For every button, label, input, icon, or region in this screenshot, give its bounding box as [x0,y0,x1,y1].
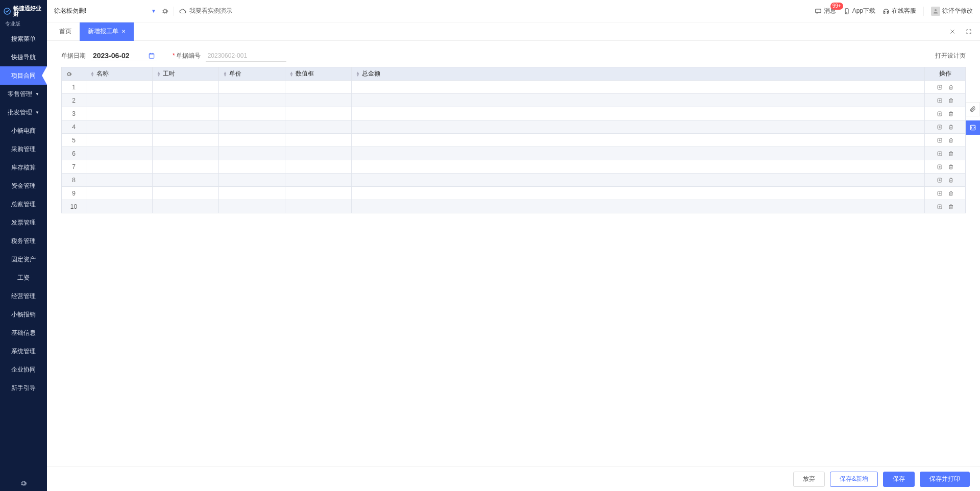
cell-total[interactable] [352,147,925,160]
row-add-icon[interactable] [937,177,943,183]
cell-price[interactable] [219,120,285,134]
cell-price[interactable] [219,147,285,160]
sidebar-item-17[interactable]: 系统管理 [0,342,47,360]
sidebar-item-9[interactable]: 总账管理 [0,195,47,213]
col-price[interactable]: ▲▼单价 [219,67,285,81]
save-print-button[interactable]: 保存并打印 [920,472,970,487]
row-add-icon[interactable] [937,124,943,130]
attachment-icon[interactable] [966,102,980,116]
cell-name[interactable] [86,94,153,107]
cell-total[interactable] [352,94,925,107]
sidebar-item-16[interactable]: 基础信息 [0,324,47,342]
cell-total[interactable] [352,160,925,174]
code-input[interactable] [206,50,286,62]
cell-hours[interactable] [153,160,219,174]
row-delete-icon[interactable] [948,190,954,197]
sidebar-item-15[interactable]: 小畅报销 [0,305,47,324]
save-button[interactable]: 保存 [883,472,915,487]
sidebar-item-6[interactable]: 采购管理 [0,140,47,158]
cell-name[interactable] [86,187,153,200]
cell-hours[interactable] [153,107,219,120]
sidebar-item-11[interactable]: 税务管理 [0,232,47,250]
cell-price[interactable] [219,134,285,147]
cell-total[interactable] [352,187,925,200]
fullscreen-icon[interactable] [963,26,975,38]
cell-name[interactable] [86,81,153,94]
cell-total[interactable] [352,174,925,187]
sidebar-item-5[interactable]: 小畅电商 [0,121,47,140]
cell-hours[interactable] [153,120,219,134]
sidebar-item-8[interactable]: 资金管理 [0,177,47,195]
messages-button[interactable]: 消息 99+ [815,7,836,15]
col-total[interactable]: ▲▼总金额 [352,67,925,81]
app-download-button[interactable]: App下载 [843,7,875,15]
row-add-icon[interactable] [937,204,943,210]
save-new-button[interactable]: 保存&新增 [830,472,878,487]
cell-numbox[interactable] [285,94,352,107]
sidebar-item-0[interactable]: 搜索菜单 [0,30,47,48]
cell-hours[interactable] [153,200,219,213]
row-add-icon[interactable] [937,190,943,197]
cell-numbox[interactable] [285,134,352,147]
sidebar-item-12[interactable]: 固定资产 [0,250,47,268]
cell-total[interactable] [352,81,925,94]
demo-link[interactable]: 我要看实例演示 [179,7,232,15]
row-add-icon[interactable] [937,84,943,90]
cell-numbox[interactable] [285,187,352,200]
row-add-icon[interactable] [937,97,943,104]
sidebar-item-7[interactable]: 库存核算 [0,158,47,177]
row-add-icon[interactable] [937,164,943,170]
cell-price[interactable] [219,94,285,107]
sidebar-item-10[interactable]: 发票管理 [0,213,47,232]
row-delete-icon[interactable] [948,137,954,143]
settings-gear-icon[interactable] [20,480,27,487]
cell-price[interactable] [219,107,285,120]
sidebar-item-14[interactable]: 经营管理 [0,287,47,305]
close-icon[interactable]: ✕ [121,29,126,34]
sidebar-item-4[interactable]: 批发管理▼ [0,103,47,121]
expand-panel-icon[interactable] [966,120,980,135]
user-menu[interactable]: 徐泽华修改 [931,7,973,16]
cell-price[interactable] [219,187,285,200]
cell-total[interactable] [352,107,925,120]
cell-name[interactable] [86,200,153,213]
col-numbox[interactable]: ▲▼数值框 [285,67,352,81]
row-add-icon[interactable] [937,137,943,143]
logo[interactable]: 畅捷通好业财 [0,0,47,22]
cell-total[interactable] [352,120,925,134]
close-tab-icon[interactable] [946,26,959,38]
row-delete-icon[interactable] [948,97,954,104]
org-selector[interactable]: 徐老板勿删! ▼ [54,7,156,15]
cell-name[interactable] [86,134,153,147]
cell-hours[interactable] [153,81,219,94]
date-input[interactable]: 2023-06-02 [91,51,157,61]
cell-price[interactable] [219,160,285,174]
cell-hours[interactable] [153,94,219,107]
cell-numbox[interactable] [285,160,352,174]
cell-numbox[interactable] [285,147,352,160]
sidebar-item-19[interactable]: 新手引导 [0,379,47,397]
cell-total[interactable] [352,134,925,147]
col-hours[interactable]: ▲▼工时 [153,67,219,81]
sidebar-item-18[interactable]: 企业协同 [0,360,47,379]
cell-name[interactable] [86,160,153,174]
cell-name[interactable] [86,174,153,187]
row-delete-icon[interactable] [948,124,954,130]
row-delete-icon[interactable] [948,111,954,117]
sidebar-item-3[interactable]: 零售管理▼ [0,85,47,103]
row-delete-icon[interactable] [948,151,954,157]
sidebar-item-1[interactable]: 快捷导航 [0,48,47,66]
open-design-link[interactable]: 打开设计页 [935,52,966,60]
cell-hours[interactable] [153,147,219,160]
cell-total[interactable] [352,200,925,213]
cell-name[interactable] [86,147,153,160]
row-delete-icon[interactable] [948,164,954,170]
col-settings[interactable] [62,67,86,81]
cell-hours[interactable] [153,187,219,200]
sidebar-item-13[interactable]: 工资 [0,268,47,287]
cell-numbox[interactable] [285,120,352,134]
tab-0[interactable]: 首页 [51,22,80,41]
cell-name[interactable] [86,107,153,120]
cell-name[interactable] [86,120,153,134]
customer-service-button[interactable]: 在线客服 [883,7,916,15]
